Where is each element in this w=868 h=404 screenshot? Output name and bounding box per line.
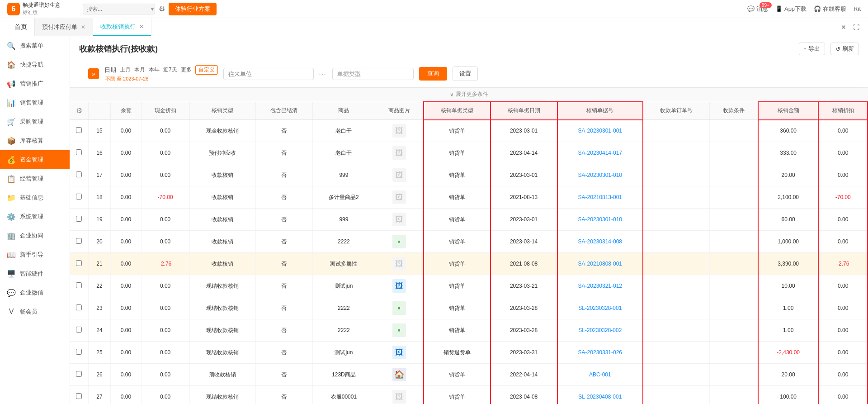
- date-7days[interactable]: 近7天: [163, 66, 177, 74]
- window-close-icon[interactable]: ✕: [839, 23, 848, 32]
- cell-voucher-no[interactable]: SA-20210808-001: [557, 253, 643, 275]
- cell-goods: 999: [313, 209, 375, 231]
- sidebar-item-hardware[interactable]: 🖥️ 智能硬件: [0, 264, 70, 283]
- tab-home[interactable]: 首页: [7, 18, 35, 36]
- voucher-type-select[interactable]: 单据类型: [332, 68, 414, 80]
- row-checkbox[interactable]: [76, 127, 82, 133]
- cell-checkbox[interactable]: [70, 142, 88, 164]
- cell-checkbox[interactable]: [70, 186, 88, 209]
- export-btn[interactable]: ↑ 导出: [799, 43, 826, 55]
- cell-checkbox[interactable]: [70, 209, 88, 231]
- cell-checkbox[interactable]: [70, 297, 88, 319]
- cell-voucher-no[interactable]: SA-20230321-012: [557, 275, 643, 297]
- sidebar-item-system[interactable]: ⚙️ 系统管理: [0, 207, 70, 226]
- sidebar-item-search[interactable]: 🔍 搜索菜单: [0, 36, 70, 55]
- cell-voucher-no[interactable]: SA-20230301-010: [557, 164, 643, 186]
- cell-checkbox[interactable]: [70, 386, 88, 404]
- row-checkbox[interactable]: [76, 260, 82, 266]
- date-cur-month[interactable]: 本月: [134, 66, 145, 74]
- cell-checkbox[interactable]: [70, 253, 88, 275]
- cell-voucher-date: 2023-03-01: [491, 209, 557, 231]
- tab-prepay[interactable]: 预付冲应付单 ✕: [35, 18, 93, 36]
- message-area[interactable]: 💬 消息 99+: [747, 5, 768, 13]
- cell-checkbox[interactable]: [70, 319, 88, 342]
- user-area[interactable]: Rit: [854, 5, 861, 12]
- tab-collection-close-icon[interactable]: ✕: [139, 24, 144, 30]
- expand-conditions-btn[interactable]: ∨ 展开更多条件: [450, 90, 488, 98]
- cell-goods-img: 🖼: [375, 386, 424, 404]
- cell-checkbox[interactable]: [70, 164, 88, 186]
- cell-writeoff-amount: 20.00: [758, 364, 819, 386]
- row-checkbox[interactable]: [76, 371, 82, 377]
- row-checkbox[interactable]: [76, 349, 82, 355]
- row-checkbox[interactable]: [76, 238, 82, 244]
- filter-toggle-btn[interactable]: »: [88, 68, 99, 79]
- tab-prepay-close-icon[interactable]: ✕: [81, 24, 85, 30]
- sidebar-item-finance[interactable]: 💰 资金管理: [0, 150, 70, 169]
- cell-voucher-no[interactable]: SA-20230301-001: [557, 120, 643, 142]
- date-more[interactable]: 更多: [181, 66, 192, 74]
- tab-collection[interactable]: 收款核销执行 ✕: [93, 18, 151, 36]
- cell-writeoff-amount: 20.00: [758, 164, 819, 186]
- global-search-input[interactable]: [83, 4, 155, 14]
- cell-voucher-no[interactable]: SA-20210813-001: [557, 186, 643, 209]
- cell-checkbox[interactable]: [70, 342, 88, 364]
- date-custom[interactable]: 自定义: [195, 65, 218, 75]
- row-checkbox[interactable]: [76, 216, 82, 222]
- sidebar-label-finance: 资金管理: [20, 156, 43, 164]
- sidebar-item-guide[interactable]: 📖 新手引导: [0, 245, 70, 264]
- cell-voucher-no[interactable]: SA-20230331-026: [557, 342, 643, 364]
- cell-checkbox[interactable]: [70, 364, 88, 386]
- row-checkbox[interactable]: [76, 171, 82, 177]
- cell-checkbox[interactable]: [70, 275, 88, 297]
- row-checkbox[interactable]: [76, 304, 82, 310]
- sidebar-item-sales[interactable]: 📊 销售管理: [0, 93, 70, 112]
- cell-checkbox[interactable]: [70, 120, 88, 142]
- sidebar-item-basic[interactable]: 📁 基础信息: [0, 188, 70, 207]
- cell-receipt-condition: [709, 386, 758, 404]
- sidebar-item-business[interactable]: 📋 经营管理: [0, 169, 70, 188]
- refresh-btn[interactable]: ↺ 刷新: [830, 43, 859, 55]
- sidebar-item-shortcut[interactable]: 🏠 快捷导航: [0, 55, 70, 74]
- settings-icon[interactable]: ⚙: [159, 5, 165, 13]
- industry-btn[interactable]: 体验行业方案: [169, 3, 217, 15]
- cell-voucher-no[interactable]: SA-20230301-010: [557, 209, 643, 231]
- cell-writeoff-type: 收款核销: [189, 209, 255, 231]
- filter-date-section: 日期 上月 本月 本年 近7天 更多 自定义 不限 至 2023-07-26: [104, 65, 218, 82]
- sidebar-item-marketing[interactable]: 📢 营销推广: [0, 74, 70, 93]
- cell-writeoff-discount: 0.00: [818, 342, 868, 364]
- row-checkbox[interactable]: [76, 393, 82, 399]
- cell-voucher-no[interactable]: SA-20230314-008: [557, 231, 643, 253]
- filter-settings-btn[interactable]: 设置: [453, 67, 478, 81]
- col-settings-gear-icon[interactable]: ⚙: [76, 107, 82, 114]
- online-service-area[interactable]: 🎧 在线客服: [814, 5, 846, 13]
- sidebar-item-inventory[interactable]: 📦 库存核算: [0, 131, 70, 150]
- cell-voucher-no[interactable]: SA-20230414-017: [557, 142, 643, 164]
- row-checkbox[interactable]: [76, 149, 82, 155]
- row-checkbox[interactable]: [76, 327, 82, 333]
- cell-voucher-no[interactable]: SL-20230328-001: [557, 297, 643, 319]
- window-maximize-icon[interactable]: ⛶: [852, 23, 861, 32]
- cell-checkbox[interactable]: [70, 231, 88, 253]
- row-checkbox[interactable]: [76, 282, 82, 288]
- sidebar-item-purchase[interactable]: 🛒 采购管理: [0, 112, 70, 131]
- sidebar-item-member[interactable]: V 畅会员: [0, 302, 70, 321]
- sidebar-item-wechat[interactable]: 💬 企业微信: [0, 283, 70, 302]
- brand-area: 6 畅捷通谱好生意 标准版: [7, 2, 77, 16]
- query-btn[interactable]: 查询: [419, 67, 447, 81]
- wechat-icon: 💬: [7, 289, 15, 297]
- counterparty-input[interactable]: [223, 68, 314, 80]
- basic-icon: 📁: [7, 194, 15, 202]
- cell-balance: 0.00: [111, 164, 141, 186]
- sidebar-item-enterprise[interactable]: 🏢 企业协同: [0, 226, 70, 245]
- cell-voucher-no[interactable]: SL-20230408-001: [557, 386, 643, 404]
- cell-voucher-no[interactable]: ABC-001: [557, 364, 643, 386]
- date-prev-month[interactable]: 上月: [120, 66, 131, 74]
- row-checkbox[interactable]: [76, 194, 82, 200]
- cell-writeoff-discount: 0.00: [818, 275, 868, 297]
- col-header-settings[interactable]: ⚙: [70, 102, 88, 120]
- app-download-area[interactable]: 📱 App下载: [775, 5, 807, 13]
- sidebar: 🔍 搜索菜单 🏠 快捷导航 📢 营销推广 📊 销售管理 🛒 采购管理 📦 库存核…: [0, 36, 70, 404]
- cell-voucher-no[interactable]: SL-20230328-002: [557, 319, 643, 342]
- date-cur-year[interactable]: 本年: [149, 66, 160, 74]
